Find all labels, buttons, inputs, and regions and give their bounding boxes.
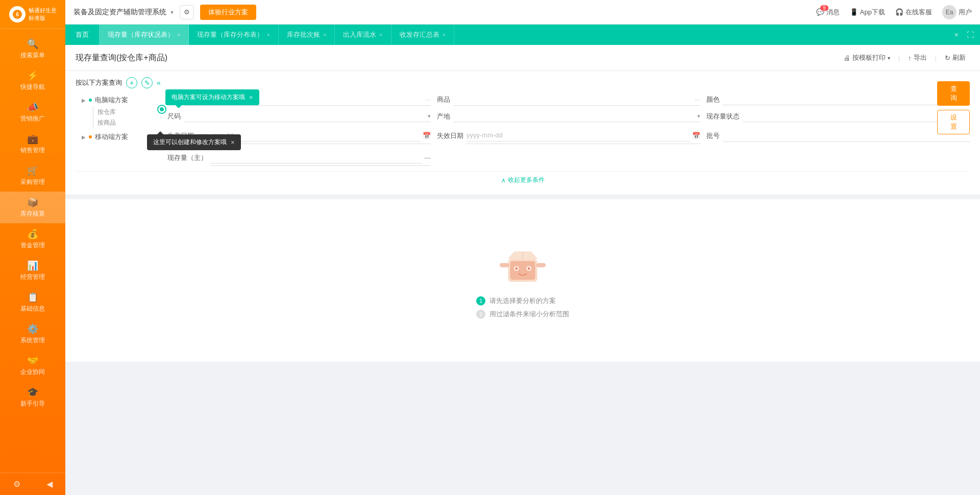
reset-button[interactable]: 设置 [937,110,970,134]
tab-close-3[interactable]: × [323,32,326,38]
tab-in-out-flow[interactable]: 出入库流水 × [335,25,391,45]
tooltip1-close-button[interactable]: × [249,93,253,101]
warehouse-sub: 按仓库 [97,107,157,117]
filter-back-button[interactable]: « [157,79,161,87]
sidebar-item-system[interactable]: ⚙️ 系统管理 [0,318,65,350]
sidebar-item-marketing[interactable]: 📣 营销推广 [0,97,65,128]
export-button[interactable]: ↑ 导出 [904,51,931,64]
filter-fields: 仓库 ··· 商品 ··· [157,93,970,171]
expiry-date-range: 📅 [467,127,700,144]
svg-point-7 [528,267,530,270]
search-button[interactable]: 查询 [937,81,970,106]
svg-rect-8 [500,263,509,267]
export-icon: ↑ [908,54,912,62]
settings-gear-button[interactable]: ⚙ [180,5,194,19]
scheme-item-desktop[interactable]: ▶ 电脑端方案 [82,93,157,107]
trial-button[interactable]: 体验行业方案 [200,5,256,20]
sidebar-item-tutorial[interactable]: 🎓 新手引导 [0,382,65,413]
print-dropdown-icon: ▾ [888,55,890,61]
scheme-dot-mobile [89,135,92,138]
search-icon: 🔍 [27,38,38,50]
collapse-sidebar-btn[interactable]: ◀ [46,479,53,489]
collapse-icon: ∧ [501,177,506,184]
system-title-arrow: ▾ [170,9,174,16]
sidebar-item-purchase[interactable]: 🛒 采购管理 [0,160,65,192]
empty-step-1: 1 请先选择要分析的方案 [476,294,569,308]
tab-inventory-status[interactable]: 现存量（库存状况表） × [100,25,189,45]
size-select[interactable]: ▾ [184,111,431,122]
message-icon-wrapper: 💬 9 [816,8,824,16]
filter-field-product: 商品 ··· [437,93,700,106]
color-select[interactable]: ▾ [723,94,970,105]
tooltip2-close-button[interactable]: × [231,138,235,146]
connector-dot [158,106,165,113]
stock-status-select[interactable]: ▾ [743,111,970,122]
empty-step-2: 2 用过滤条件来缩小分析范围 [476,308,569,321]
date-icon-expiry-start[interactable]: 📅 [692,132,700,139]
settings-footer-btn[interactable]: ⚙ [13,479,20,489]
sidebar-item-search[interactable]: 🔍 搜索菜单 [0,33,65,65]
printer-icon: 🖨 [844,54,850,62]
tab-bar: 首页 现存量（库存状况表） × 现存量（库存分布表） × 库存批次账 × 出入库… [65,25,980,45]
tab-close-1[interactable]: × [177,32,180,38]
sales-icon: 💼 [27,133,38,145]
filter-field-stock-status: 现存量状态 ▾ [706,111,970,122]
print-template-button[interactable]: 🖨 按模板打印 ▾ [840,51,894,64]
empty-state: 1 请先选择要分析的方案 2 用过滤条件来缩小分析范围 [65,199,980,362]
tab-inventory-distribution[interactable]: 现存量（库存分布表） × [189,25,278,45]
expiry-date-start[interactable] [467,129,690,142]
stock-qty-range: — [210,149,431,166]
filter-edit-button[interactable]: ✎ [141,77,153,88]
app-download-button[interactable]: 📱 App下载 [850,8,885,17]
refresh-button[interactable]: ↻ 刷新 [941,51,970,64]
sidebar: 6 畅通好生意 标准版 🔍 搜索菜单 ⚡ 快捷导航 📣 营销推广 💼 销售管理 … [0,0,65,495]
tab-close-5[interactable]: × [443,32,446,38]
scheme-mobile-arrow: ▶ [82,134,86,140]
tab-fullscreen-btn[interactable]: ⛶ [965,29,976,41]
scheme-dot-desktop [89,99,92,102]
tab-home[interactable]: 首页 [65,25,100,45]
page-header: 现存量查询(按仓库+商品) 🖨 按模板打印 ▾ | ↑ 导出 | ↻ 刷新 [65,45,980,71]
collapse-bar[interactable]: ∧ 收起更多条件 [76,171,970,188]
message-button[interactable]: 💬 9 消息 [816,8,840,17]
sidebar-item-operations[interactable]: 📊 经营管理 [0,255,65,287]
tooltip-desktop-scheme: 电脑方案可设为移动方案哦 × [165,89,259,105]
sidebar-item-basic[interactable]: 📋 基础信息 [0,287,65,318]
empty-illustration [497,240,548,286]
page-actions: 🖨 按模板打印 ▾ | ↑ 导出 | ↻ 刷新 [840,51,970,64]
user-menu-button[interactable]: Ea 用户 [942,5,972,19]
user-avatar: Ea [942,5,957,19]
scheme-item-mobile[interactable]: ▶ 移动端方案 [82,130,157,144]
date-icon-produce-start[interactable]: 📅 [423,132,431,139]
filter-field-stock-qty: 现存量（主） — [167,149,431,166]
empty-steps: 1 请先选择要分析的方案 2 用过滤条件来缩小分析范围 [476,294,569,321]
tab-close-2[interactable]: × [266,32,270,38]
main-area: 装备及固定资产辅助管理系统 ▾ ⚙ 体验行业方案 💬 9 消息 📱 App下载 … [65,0,980,495]
tab-close-all-btn[interactable]: × [952,29,961,41]
filter-row-3: 生产日期 📅 失效日期 📅 [167,127,970,144]
lightning-icon: ⚡ [27,70,38,81]
operations-icon: 📊 [27,260,38,271]
stock-qty-min[interactable] [210,151,422,163]
sidebar-item-finance[interactable]: 💰 资金管理 [0,223,65,255]
online-support-button[interactable]: 🎧 在线客服 [895,8,932,17]
sidebar-item-sales[interactable]: 💼 销售管理 [0,128,65,160]
message-badge: 9 [820,5,828,11]
scheme-list: ▶ 电脑端方案 按仓库 按商品 ▶ 移动端方案 [76,93,157,167]
tab-receipt-summary[interactable]: 收发存汇总表 × [391,25,454,45]
finance-icon: 💰 [27,228,38,240]
purchase-icon: 🛒 [27,165,38,176]
filter-add-button[interactable]: + [126,77,137,88]
batch-input[interactable] [723,130,970,142]
headset-icon: 🎧 [895,8,903,16]
sidebar-item-enterprise[interactable]: 🤝 企业协同 [0,350,65,382]
sidebar-item-inventory[interactable]: 📦 库存核算 [0,192,65,223]
product-select[interactable]: ··· [453,93,700,106]
scheme-expand-arrow: ▶ [82,98,86,103]
tab-inventory-batch[interactable]: 库存批次账 × [279,25,335,45]
svg-rect-9 [536,263,546,267]
sidebar-item-shortcut[interactable]: ⚡ 快捷导航 [0,65,65,97]
origin-select[interactable]: ▾ [453,111,700,122]
tab-bar-actions: × ⛶ [952,25,980,45]
tab-close-4[interactable]: × [379,32,382,38]
